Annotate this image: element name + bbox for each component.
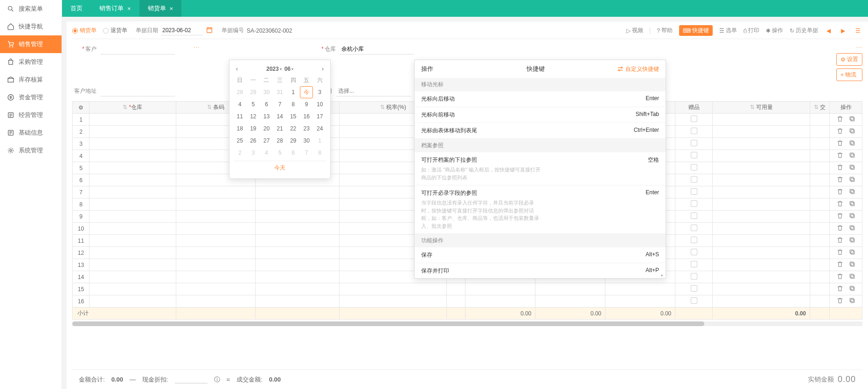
cal-day[interactable]: 1 — [313, 135, 326, 147]
gift-checkbox[interactable] — [691, 261, 697, 267]
tab-home[interactable]: 首页 — [62, 0, 91, 17]
gift-checkbox[interactable] — [691, 237, 697, 243]
cal-year-select[interactable]: 2023 — [266, 66, 282, 72]
cal-day[interactable]: 3 — [313, 86, 326, 98]
delete-icon[interactable] — [836, 297, 844, 306]
warehouse-input[interactable] — [340, 44, 414, 55]
cal-day[interactable]: 5 — [273, 147, 287, 159]
next-button[interactable]: ▶ — [839, 27, 847, 34]
h-scrollbar[interactable] — [72, 321, 862, 326]
radio-sales[interactable]: 销货单 — [72, 27, 97, 34]
cal-today-button[interactable]: 今天 — [233, 161, 326, 175]
cal-day[interactable]: 15 — [286, 110, 300, 123]
delete-icon[interactable] — [836, 176, 844, 184]
copy-icon[interactable] — [848, 139, 856, 148]
copy-icon[interactable] — [848, 200, 856, 209]
help-button[interactable]: ?帮助 — [657, 27, 673, 34]
cal-day[interactable]: 19 — [247, 123, 260, 135]
cal-day[interactable]: 22 — [286, 123, 300, 135]
copy-icon[interactable] — [848, 176, 856, 184]
sidebar-item-fund[interactable]: 资金管理 — [0, 89, 62, 106]
col-operate[interactable]: 操作 — [830, 102, 862, 114]
delete-icon[interactable] — [836, 273, 844, 281]
cal-day[interactable]: 20 — [260, 123, 273, 135]
cal-prev-button[interactable]: ‹ — [236, 66, 238, 72]
sidebar-item-purchase[interactable]: 采购管理 — [0, 53, 62, 71]
shortcut-button[interactable]: ⌨快捷键 — [679, 25, 713, 36]
cal-day[interactable]: 11 — [233, 110, 247, 123]
cal-day[interactable]: 26 — [247, 135, 260, 147]
sidebar-item-basic[interactable]: 基础信息 — [0, 124, 62, 142]
gift-checkbox[interactable] — [691, 273, 697, 280]
close-icon[interactable]: × — [127, 5, 131, 12]
gift-checkbox[interactable] — [691, 225, 697, 231]
cal-day[interactable]: 今 — [300, 86, 313, 98]
cal-day[interactable]: 16 — [300, 110, 313, 123]
cal-day[interactable]: 6 — [286, 147, 300, 159]
gift-checkbox[interactable] — [691, 249, 697, 255]
calendar-icon[interactable] — [206, 26, 213, 35]
select-button[interactable]: ☰选单 — [719, 27, 737, 34]
customer-addr-input[interactable] — [100, 86, 175, 96]
delete-icon[interactable] — [836, 200, 844, 209]
gift-checkbox[interactable] — [691, 285, 697, 292]
table-row[interactable]: 15 — [73, 283, 862, 295]
delete-icon[interactable] — [836, 139, 844, 148]
sidebar-item-sales[interactable]: 销售管理 — [0, 35, 62, 53]
gift-checkbox[interactable] — [691, 116, 697, 122]
cal-day[interactable]: 25 — [233, 135, 247, 147]
cal-day[interactable]: 23 — [300, 123, 313, 135]
gift-checkbox[interactable] — [691, 128, 697, 134]
col-warehouse[interactable]: ⇅*仓库 — [90, 102, 176, 114]
gift-checkbox[interactable] — [691, 140, 697, 146]
cal-day[interactable]: 31 — [273, 86, 287, 98]
sidebar-item-stock[interactable]: 库存核算 — [0, 71, 62, 89]
cal-day[interactable]: 17 — [313, 110, 326, 123]
cal-day[interactable]: 18 — [233, 123, 247, 135]
cal-day[interactable]: 30 — [260, 86, 273, 98]
cal-day[interactable]: 10 — [313, 98, 326, 110]
gift-checkbox[interactable] — [691, 200, 697, 207]
copy-icon[interactable] — [848, 273, 856, 281]
project-input[interactable] — [336, 86, 411, 96]
cal-month-select[interactable]: 06 — [285, 66, 293, 72]
col-available[interactable]: ⇅可用量 — [713, 102, 810, 114]
more-icon[interactable]: ··· — [194, 44, 200, 50]
cal-day[interactable]: 29 — [286, 135, 300, 147]
sidebar-item-quicknav[interactable]: 快捷导航 — [0, 18, 62, 35]
cal-day[interactable]: 29 — [247, 86, 260, 98]
gift-checkbox[interactable] — [691, 188, 697, 195]
tab-sales-order[interactable]: 销售订单× — [91, 0, 139, 17]
cal-day[interactable]: 27 — [260, 135, 273, 147]
sidebar-item-system[interactable]: 系统管理 — [0, 142, 62, 159]
delete-icon[interactable] — [836, 248, 844, 257]
copy-icon[interactable] — [848, 151, 856, 160]
cal-day[interactable]: 2 — [233, 147, 247, 159]
gift-checkbox[interactable] — [691, 152, 697, 158]
delete-icon[interactable] — [836, 260, 844, 269]
cal-day[interactable]: 28 — [273, 135, 287, 147]
sidebar-item-search[interactable]: 搜索菜单 — [0, 0, 62, 18]
delete-icon[interactable] — [836, 151, 844, 160]
settings-button[interactable]: ⚙设置 — [836, 53, 862, 66]
delete-icon[interactable] — [836, 127, 844, 136]
radio-return[interactable]: 退货单 — [103, 27, 127, 34]
cal-day[interactable]: 9 — [300, 98, 313, 110]
copy-icon[interactable] — [848, 236, 856, 245]
more-icon[interactable]: ··· — [856, 44, 862, 50]
scroll-down-icon[interactable] — [661, 272, 665, 276]
cal-day[interactable]: 6 — [260, 98, 273, 110]
table-row[interactable]: 16 — [73, 295, 862, 307]
cal-next-button[interactable]: › — [322, 66, 324, 72]
cal-day[interactable]: 7 — [300, 147, 313, 159]
copy-icon[interactable] — [848, 285, 856, 293]
delete-icon[interactable] — [836, 212, 844, 221]
copy-icon[interactable] — [848, 212, 856, 221]
cal-day[interactable]: 3 — [247, 147, 260, 159]
col-gear[interactable]: ⚙ — [73, 102, 90, 114]
operate-button[interactable]: ✱操作 — [766, 27, 783, 34]
menu-button[interactable]: ☰ — [854, 27, 862, 34]
gift-checkbox[interactable] — [691, 212, 697, 219]
col-gift[interactable]: 赠品 — [675, 102, 713, 114]
logistics-button[interactable]: +物流 — [836, 68, 862, 81]
